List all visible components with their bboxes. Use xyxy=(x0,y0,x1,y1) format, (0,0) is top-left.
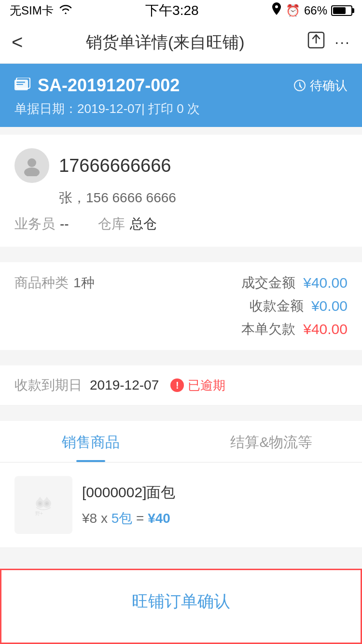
warehouse-info: 仓库 总仓 xyxy=(98,215,157,233)
svg-rect-3 xyxy=(16,82,25,83)
product-name: [0000002]面包 xyxy=(82,483,348,503)
nav-bar: < 销货单详情(来自旺铺) ··· xyxy=(0,21,362,64)
order-date-line: 单据日期：2019-12-07| 打印 0 次 xyxy=(14,100,348,117)
customer-card: 17666666666 张，156 6666 6666 业务员 -- 仓库 总仓 xyxy=(0,135,362,247)
product-info: [0000002]面包 ¥8 x 5包 = ¥40 xyxy=(82,483,348,528)
location-icon xyxy=(271,2,282,19)
page-title: 销货单详情(来自旺铺) xyxy=(86,31,245,54)
order-header: SA-20191207-002 待确认 单据日期：2019-12-07| 打印 … xyxy=(0,64,362,127)
wifi-icon xyxy=(58,3,73,18)
summary-card: 商品种类 1种 成交金额 ¥40.00 收款金额 ¥0.00 本单欠款 ¥40.… xyxy=(0,262,362,350)
divider-2 xyxy=(0,350,362,358)
share-button[interactable] xyxy=(307,31,325,53)
svg-point-12 xyxy=(39,503,41,504)
sales-info: 业务员 -- xyxy=(14,215,69,233)
svg-text:野+: 野+ xyxy=(35,511,43,516)
transaction-amount: 成交金额 ¥40.00 xyxy=(241,274,348,292)
status-bar-right: ⏰ 66% xyxy=(271,2,352,19)
confirm-button-wrapper: 旺铺订单确认 xyxy=(0,569,362,644)
tab-sales-products[interactable]: 销售商品 xyxy=(0,421,181,462)
divider-3 xyxy=(0,406,362,413)
tabs-container: 销售商品 结算&物流等 xyxy=(0,421,362,462)
customer-name: 张，156 6666 6666 xyxy=(14,189,348,207)
divider-1 xyxy=(0,247,362,254)
due-date-card: 收款到期日 2019-12-07 ! 已逾期 xyxy=(0,365,362,406)
debt-amount: 本单欠款 ¥40.00 xyxy=(241,320,348,338)
product-image: 野+ xyxy=(14,476,72,534)
status-bar-left: 无SIM卡 xyxy=(10,3,73,18)
product-list: 野+ [0000002]面包 ¥8 x 5包 = ¥40 xyxy=(0,462,362,548)
customer-meta: 业务员 -- 仓库 总仓 xyxy=(14,215,348,233)
order-icon xyxy=(14,75,32,96)
confirm-order-button[interactable]: 旺铺订单确认 xyxy=(16,580,346,623)
status-bar: 无SIM卡 下午3:28 ⏰ 66% xyxy=(0,0,362,21)
received-amount: 收款金额 ¥0.00 xyxy=(250,297,348,315)
carrier-text: 无SIM卡 xyxy=(10,3,54,18)
more-button[interactable]: ··· xyxy=(334,33,350,51)
svg-point-7 xyxy=(24,168,40,176)
svg-rect-4 xyxy=(16,84,23,85)
product-type-item: 商品种类 1种 xyxy=(14,274,95,292)
tab-settlement[interactable]: 结算&物流等 xyxy=(181,421,362,462)
order-status: 待确认 xyxy=(293,77,348,94)
nav-actions: ··· xyxy=(307,31,350,53)
back-button[interactable]: < xyxy=(12,31,23,53)
overdue-icon: ! xyxy=(170,378,184,392)
battery-text: 66% xyxy=(304,4,327,17)
alarm-icon: ⏰ xyxy=(286,4,300,17)
overdue-text: 已逾期 xyxy=(188,377,225,394)
product-price: ¥8 x 5包 = ¥40 xyxy=(82,509,348,528)
order-id: SA-20191207-002 xyxy=(14,75,180,96)
table-row: 野+ [0000002]面包 ¥8 x 5包 = ¥40 xyxy=(0,462,362,548)
customer-phone: 17666666666 xyxy=(59,155,171,176)
svg-point-6 xyxy=(28,158,36,167)
battery-icon xyxy=(331,5,352,16)
customer-avatar xyxy=(14,148,49,183)
overdue-badge: ! 已逾期 xyxy=(170,377,225,394)
svg-point-13 xyxy=(46,503,48,504)
status-time: 下午3:28 xyxy=(145,1,199,20)
